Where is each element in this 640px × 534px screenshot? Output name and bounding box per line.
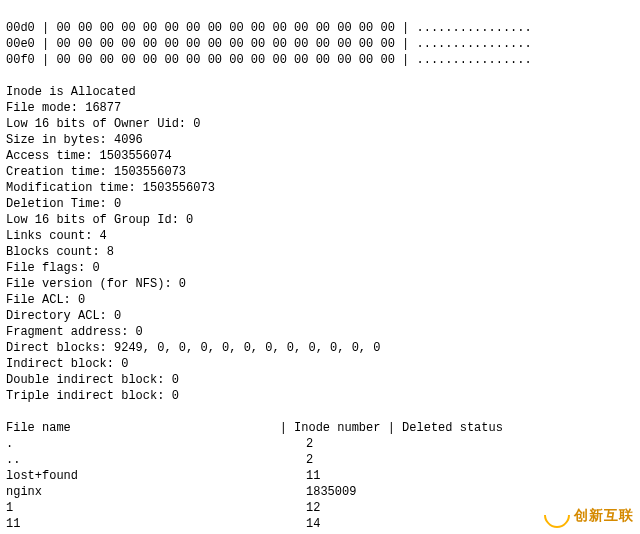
file-name: 11 (6, 516, 306, 532)
table-row: nginx1835009 (6, 485, 406, 499)
group-id-low16: Low 16 bits of Group Id: 0 (6, 213, 193, 227)
hex-offset: 00e0 (6, 37, 35, 51)
hex-offset: 00d0 (6, 21, 35, 35)
hex-row-00d0: 00d0 | 00 00 00 00 00 00 00 00 00 00 00 … (6, 21, 532, 35)
swirl-icon (539, 497, 576, 534)
inode-number: 2 (306, 436, 406, 452)
table-row: ..2 (6, 453, 406, 467)
hex-bytes: 00 00 00 00 00 00 00 00 00 00 00 00 00 0… (56, 21, 394, 35)
col-header-filename: File name (6, 421, 71, 435)
file-name: 1 (6, 500, 306, 516)
deletion-time: Deletion Time: 0 (6, 197, 121, 211)
terminal-output: 00d0 | 00 00 00 00 00 00 00 00 00 00 00 … (0, 0, 640, 534)
owner-uid-low16: Low 16 bits of Owner Uid: 0 (6, 117, 200, 131)
double-indirect-block: Double indirect block: 0 (6, 373, 179, 387)
indirect-block: Indirect block: 0 (6, 357, 128, 371)
inode-number: 11 (306, 468, 406, 484)
hex-offset: 00f0 (6, 53, 35, 67)
blocks-count: Blocks count: 8 (6, 245, 114, 259)
watermark-logo: 创新互联 (544, 502, 634, 528)
inode-number: 14 (306, 516, 406, 532)
creation-time: Creation time: 1503556073 (6, 165, 186, 179)
hex-ascii: ................ (417, 37, 532, 51)
file-mode: File mode: 16877 (6, 101, 121, 115)
links-count: Links count: 4 (6, 229, 107, 243)
table-row: 112 (6, 501, 406, 515)
col-header-inode: Inode number (294, 421, 380, 435)
inode-number: 1835009 (306, 484, 406, 500)
file-name: .. (6, 452, 306, 468)
file-name: nginx (6, 484, 306, 500)
table-row: lost+found11 (6, 469, 406, 483)
triple-indirect-block: Triple indirect block: 0 (6, 389, 179, 403)
modification-time: Modification time: 1503556073 (6, 181, 215, 195)
access-time: Access time: 1503556074 (6, 149, 172, 163)
hex-ascii: ................ (417, 53, 532, 67)
file-flags: File flags: 0 (6, 261, 100, 275)
inode-number: 12 (306, 500, 406, 516)
watermark-text: 创新互联 (574, 507, 634, 523)
hex-bytes: 00 00 00 00 00 00 00 00 00 00 00 00 00 0… (56, 53, 394, 67)
fragment-address: Fragment address: 0 (6, 325, 143, 339)
file-name: . (6, 436, 306, 452)
col-header-deleted: Deleted status (402, 421, 503, 435)
inode-allocated: Inode is Allocated (6, 85, 136, 99)
directory-acl: Directory ACL: 0 (6, 309, 121, 323)
file-name: lost+found (6, 468, 306, 484)
table-row: .2 (6, 437, 406, 451)
hex-ascii: ................ (417, 21, 532, 35)
file-acl: File ACL: 0 (6, 293, 85, 307)
direct-blocks: Direct blocks: 9249, 0, 0, 0, 0, 0, 0, 0… (6, 341, 380, 355)
file-version-nfs: File version (for NFS): 0 (6, 277, 186, 291)
table-row: 1114 (6, 517, 406, 531)
hex-row-00f0: 00f0 | 00 00 00 00 00 00 00 00 00 00 00 … (6, 53, 532, 67)
file-table-header: File name | Inode number | Deleted statu… (6, 421, 503, 435)
inode-number: 2 (306, 452, 406, 468)
hex-row-00e0: 00e0 | 00 00 00 00 00 00 00 00 00 00 00 … (6, 37, 532, 51)
hex-bytes: 00 00 00 00 00 00 00 00 00 00 00 00 00 0… (56, 37, 394, 51)
size-bytes: Size in bytes: 4096 (6, 133, 143, 147)
